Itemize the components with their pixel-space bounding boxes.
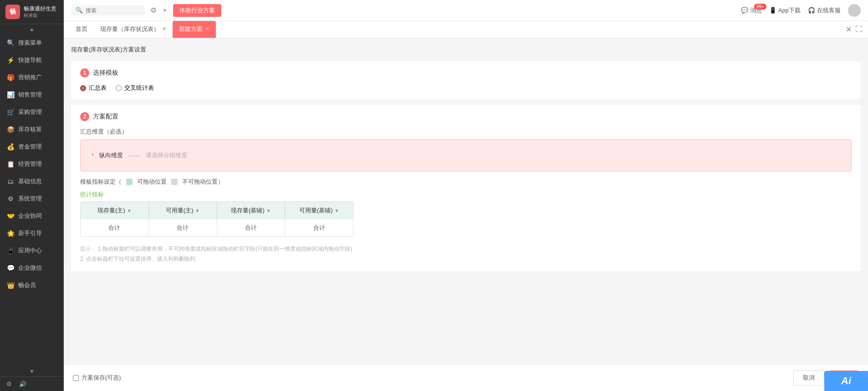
section2-num: 2: [80, 112, 89, 121]
sidebar-item-member[interactable]: 👑 畅会员: [0, 277, 64, 294]
col-chevron-3[interactable]: ▼: [335, 208, 339, 213]
sidebar-item-inventory[interactable]: 📦 库存核算: [0, 121, 64, 138]
radio-summary-input[interactable]: [80, 85, 86, 91]
sidebar-item-basic-info[interactable]: 🗂 基础信息: [0, 173, 64, 190]
col-header-1[interactable]: 可用量(主) ▼: [149, 202, 217, 219]
cancel-button[interactable]: 取消: [793, 370, 824, 386]
sidebar-item-app-center[interactable]: 📱 应用中心: [0, 242, 64, 259]
dim-label: 汇总维度（必选）: [80, 128, 852, 136]
sidebar-item-corp-coord[interactable]: 🤝 企业协同: [0, 207, 64, 225]
tab-inventory-status[interactable]: 现存量（库存状况表） ✕: [94, 21, 173, 38]
col-chevron-2[interactable]: ▼: [266, 208, 271, 213]
search-icon: 🔍: [76, 7, 83, 14]
section2-card: 2 方案配置 汇总维度（必选） * 纵向维度 —— 请选择分组维度 模板指标设定…: [71, 105, 861, 271]
tip-title: 提示：: [80, 246, 97, 252]
tab-expand-action-icon[interactable]: ⛶: [855, 25, 863, 34]
col-header-label-2: 现存量(基辅): [231, 206, 265, 215]
crown-icon: 👑: [6, 281, 15, 289]
gear-icon: ⚙: [6, 195, 15, 203]
topbar: 🔍 ⚙ ▼ 体验行业方案 💬 消息 99+ 📱 App下载 🎧 在线客服: [64, 0, 868, 21]
radio-crosstab[interactable]: 交叉统计表: [116, 84, 154, 92]
sidebar-item-sales[interactable]: 📊 销售管理: [0, 86, 64, 103]
message-link[interactable]: 💬 消息 99+: [741, 6, 762, 15]
chat-icon: 💬: [6, 264, 15, 272]
radio-summary[interactable]: 汇总表: [80, 84, 107, 92]
sidebar-item-quick-nav[interactable]: ⚡ 快捷导航: [0, 51, 64, 69]
col-header-3[interactable]: 可用量(基辅) ▼: [285, 202, 353, 219]
col-body-1: 合计: [149, 219, 217, 237]
stats-table-header: 现存量(主) ▼ 可用量(主) ▼ 现存量(基辅) ▼ 可用量(基辅) ▼: [81, 202, 353, 219]
tab-home-label: 首页: [76, 25, 87, 33]
sidebar-item-new-guide[interactable]: 🌟 新手引导: [0, 225, 64, 242]
star-icon: 🌟: [6, 229, 15, 237]
topbar-chevron-icon[interactable]: ▼: [162, 7, 168, 14]
sidebar-scroll-up[interactable]: ▲: [0, 24, 64, 34]
radio-crosstab-input[interactable]: [116, 85, 122, 91]
ai-badge[interactable]: Ai: [824, 371, 868, 391]
section2-title: 方案配置: [93, 113, 118, 121]
dimension-area[interactable]: * 纵向维度 —— 请选择分组维度: [80, 139, 852, 171]
app-logo: 畅: [5, 5, 20, 19]
search-input[interactable]: [86, 7, 140, 14]
app-download-link[interactable]: 📱 App下载: [769, 6, 801, 15]
save-option[interactable]: 方案保存(可选): [73, 374, 121, 382]
sidebar-item-corp-wechat[interactable]: 💬 企业微信: [0, 259, 64, 277]
settings-footer-icon[interactable]: ⚙: [6, 381, 12, 387]
sidebar-nav: 🔍 搜索菜单 ⚡ 快捷导航 🎁 营销推广 📊 销售管理 🛒 采购管理 📦 库存核…: [0, 34, 64, 366]
col-chevron-1[interactable]: ▼: [195, 208, 200, 213]
box-icon: 📦: [6, 125, 15, 134]
sidebar-item-label: 经营管理: [18, 160, 42, 168]
sidebar-item-operations[interactable]: 📋 经营管理: [0, 155, 64, 173]
phone-icon: 📱: [6, 247, 15, 255]
section2-header: 2 方案配置: [80, 112, 852, 121]
sidebar-item-label: 搜索菜单: [18, 39, 42, 47]
stats-table: 现存量(主) ▼ 可用量(主) ▼ 现存量(基辅) ▼ 可用量(基辅) ▼: [80, 201, 353, 237]
dim-placeholder: 请选择分组维度: [146, 151, 187, 159]
sidebar-item-finance[interactable]: 💰 资金管理: [0, 138, 64, 155]
app-brand: 畅康通好生意 标准版: [24, 5, 56, 19]
col-header-0[interactable]: 现存量(主) ▼: [81, 202, 149, 219]
gift-icon: 🎁: [6, 73, 15, 82]
sidebar-scroll-down[interactable]: ▼: [0, 366, 64, 376]
tab-close-action-icon[interactable]: ✕: [846, 25, 852, 34]
sidebar-item-label: 畅会员: [18, 281, 36, 289]
dim-dash: ——: [128, 152, 140, 159]
sidebar-item-marketing[interactable]: 🎁 营销推广: [0, 69, 64, 86]
trial-button[interactable]: 体验行业方案: [173, 4, 221, 17]
section1-card: 1 选择模板 汇总表 交叉统计表: [71, 61, 861, 99]
save-checkbox[interactable]: [73, 375, 79, 381]
col-header-label-1: 可用量(主): [166, 206, 194, 215]
movable-label: 可拖动位置: [137, 178, 167, 186]
tab-inventory-close-icon[interactable]: ✕: [162, 26, 166, 32]
sidebar-item-label: 企业微信: [18, 264, 42, 272]
tab-bar: 首页 现存量（库存状况表） ✕ 新建方案 ✕ ✕ ⛶: [64, 21, 868, 38]
col-chevron-0[interactable]: ▼: [127, 208, 132, 213]
tab-inventory-label: 现存量（库存状况表）: [100, 25, 159, 33]
online-service-link[interactable]: 🎧 在线客服: [808, 6, 841, 15]
fixed-label: 不可拖动位置）: [182, 178, 224, 186]
page-title: 现存量(库存状况表)方案设置: [71, 46, 861, 54]
fixed-badge: [171, 179, 178, 185]
audio-footer-icon[interactable]: 🔊: [19, 381, 26, 387]
topbar-left: 🔍 ⚙ ▼ 体验行业方案: [71, 4, 221, 17]
sidebar-item-purchase[interactable]: 🛒 采购管理: [0, 103, 64, 121]
save-checkbox-label: 方案保存(可选): [82, 374, 121, 382]
topbar-gear-icon[interactable]: ⚙: [150, 6, 157, 15]
search-box[interactable]: 🔍: [71, 5, 145, 15]
money-icon: 💰: [6, 143, 15, 151]
tab-new-scheme[interactable]: 新建方案 ✕: [173, 21, 216, 38]
tab-new-scheme-close-icon[interactable]: ✕: [205, 26, 209, 32]
sidebar-item-sys-mgmt[interactable]: ⚙ 系统管理: [0, 190, 64, 207]
sidebar-item-search-menu[interactable]: 🔍 搜索菜单: [0, 34, 64, 51]
lightning-icon: ⚡: [6, 56, 15, 64]
user-avatar[interactable]: [848, 4, 861, 17]
col-header-2[interactable]: 现存量(基辅) ▼: [217, 202, 286, 219]
tab-home[interactable]: 首页: [69, 21, 94, 38]
indicator-label: 模板指标设定（: [80, 178, 122, 186]
sidebar-header: 畅 畅康通好生意 标准版: [0, 0, 64, 24]
tip1: 1.拖动标题栏可以调整布局，不可跨维度或指标区域拖动栏目字段(只能在同一维度或指…: [98, 246, 352, 252]
message-badge: 99+: [754, 4, 766, 10]
cart-icon: 🛒: [6, 108, 15, 116]
sidebar-item-label: 企业协同: [18, 212, 42, 220]
col-agg-2: 合计: [245, 224, 257, 232]
